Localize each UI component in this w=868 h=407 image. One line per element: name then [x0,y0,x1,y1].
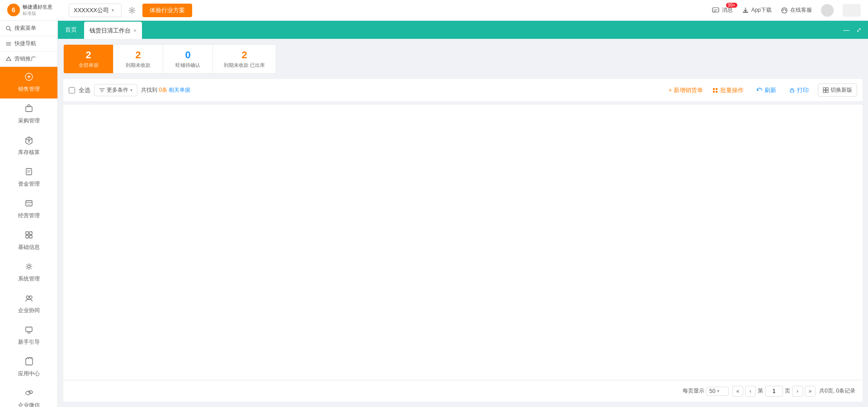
tab-bar: 首页 钱货日清工作台 × — ⤢ [58,21,868,39]
stat-label-shipped: 到期未收款 已出库 [224,62,265,69]
sidebar-item-finance-label: 资金管理 [18,180,40,188]
svg-rect-11 [26,232,28,234]
sidebar-item-guide[interactable]: 新手引导 [0,320,57,351]
company-name: XXXXXX公司 [74,6,109,14]
per-page-label: 每页显示 [683,387,704,395]
online-service-button[interactable]: 在线客服 [781,6,812,14]
sidebar-item-sales[interactable]: 销售管理 [0,67,57,98]
message-button[interactable]: 消息 99+ [712,6,733,14]
message-label: 消息 [722,6,733,14]
tab-minimize-button[interactable]: — [841,24,852,35]
sidebar-item-inventory-label: 库存核算 [18,149,40,156]
sidebar-promo[interactable]: 营销推广 [0,51,57,67]
svg-rect-28 [823,88,826,90]
promo-label: 营销推广 [14,55,36,63]
sidebar-item-wechat[interactable]: 企业微信 [0,383,57,407]
first-page-button[interactable]: « [732,386,743,397]
app-download-button[interactable]: App下载 [742,6,772,14]
sidebar-quick-nav[interactable]: 快捷导航 [0,36,57,51]
app-name: 畅捷通好生意 [23,4,52,10]
print-button[interactable]: 打印 [785,84,812,96]
toolbar: 全选 更多条件 ▾ 共找到 0条 相关单据 + 新增销货单 批量操作 [63,79,863,101]
stat-tab-all[interactable]: 2 全部单据 [64,45,113,73]
print-btn-label: 打印 [797,86,809,94]
page-number-input[interactable] [765,386,783,397]
switch-version-button[interactable]: 切换新版 [818,84,857,97]
more-filter-button[interactable]: 更多条件 ▾ [94,84,137,96]
guide-icon [24,325,33,337]
svg-rect-30 [823,90,826,93]
page-size-input[interactable]: 50 ▾ [706,387,729,396]
refresh-button[interactable]: 刷新 [753,84,780,96]
sidebar-item-cooperation[interactable]: 企业协同 [0,288,57,320]
header-right: 消息 99+ App下载 在线客服 [712,4,861,17]
wechat-icon [24,388,33,400]
sidebar-item-apps[interactable]: 应用中心 [0,351,57,383]
message-badge: 99+ [726,3,737,8]
svg-rect-24 [713,91,715,93]
settings-button[interactable] [125,4,139,17]
toolbar-left: 全选 更多条件 ▾ 共找到 0条 相关单据 [69,84,665,96]
sidebar-item-apps-label: 应用中心 [18,370,40,378]
svg-point-6 [6,26,10,30]
operations-icon [24,199,33,210]
stat-tab-overdue[interactable]: 2 到期未收款 [113,45,163,73]
svg-point-20 [29,391,33,393]
stat-tab-shipped[interactable]: 2 到期未收款 已出库 [213,45,276,73]
sidebar-item-operations[interactable]: 经营管理 [0,193,57,225]
online-service-label: 在线客服 [790,6,812,14]
add-sale-button[interactable]: + 新增销货单 [669,86,703,94]
sidebar-item-basic-label: 基础信息 [18,243,40,251]
company-selector[interactable]: XXXXXX公司 ▾ [69,4,122,17]
svg-rect-13 [26,235,28,238]
svg-rect-31 [826,90,828,93]
logo-area: 6 畅捷通好生意 标准版 [7,4,65,16]
tab-current[interactable]: 钱货日清工作台 × [84,22,142,40]
select-all-checkbox[interactable] [69,87,75,94]
svg-rect-29 [826,88,828,90]
tab-maximize-button[interactable]: ⤢ [854,24,864,35]
purchase-icon [24,104,33,115]
found-link[interactable]: 相关单据 [169,87,190,93]
trial-button[interactable]: 体验行业方案 [142,4,192,17]
chevron-down-icon: ▾ [112,8,114,13]
svg-rect-25 [716,91,717,93]
svg-rect-23 [716,88,717,90]
inventory-icon [24,136,33,147]
last-page-button[interactable]: » [805,386,816,397]
more-filter-chevron: ▾ [130,88,132,93]
svg-point-5 [785,10,786,11]
page-size-select: 每页显示 50 ▾ [683,387,729,396]
tab-home[interactable]: 首页 [58,21,84,39]
sales-icon [24,72,33,84]
user-name[interactable] [843,4,861,17]
prev-page-button[interactable]: ‹ [745,386,756,397]
toolbar-right: + 新增销货单 批量操作 刷新 打印 切换新版 [669,84,857,97]
svg-rect-8 [26,107,32,112]
sidebar-item-purchase[interactable]: 采购管理 [0,98,57,130]
next-page-button[interactable]: › [792,386,803,397]
sidebar-search-menu[interactable]: 搜索菜单 [0,21,57,36]
refresh-btn-label: 刷新 [764,86,776,94]
apps-icon [24,357,33,368]
svg-rect-12 [29,232,32,234]
content-area: 首页 钱货日清工作台 × — ⤢ 2 全部单据 2 到期未收款 [58,21,868,407]
avatar[interactable] [821,4,834,17]
more-filter-label: 更多条件 [107,86,128,94]
page-content: 2 全部单据 2 到期未收款 0 旺铺待确认 2 到期未收款 已出库 [58,39,868,407]
sidebar-item-purchase-label: 采购管理 [18,117,40,125]
sidebar-item-inventory[interactable]: 库存核算 [0,130,57,162]
tab-close-icon[interactable]: × [133,28,137,34]
sidebar-item-basic[interactable]: 基础信息 [0,225,57,257]
stat-tab-pending[interactable]: 0 旺铺待确认 [163,45,213,73]
page-suffix: 页 [785,387,790,395]
sidebar-item-finance[interactable]: 资金管理 [0,162,57,193]
sidebar-item-system[interactable]: 系统管理 [0,257,57,288]
sidebar-item-wechat-label: 企业微信 [18,402,40,407]
batch-operation-button[interactable]: 批量操作 [708,84,747,96]
found-count: 0条 [159,87,167,93]
svg-point-17 [29,296,32,299]
stat-number-all: 2 [75,49,102,61]
cooperation-icon [24,294,33,305]
stats-tabs: 2 全部单据 2 到期未收款 0 旺铺待确认 2 到期未收款 已出库 [63,44,276,74]
